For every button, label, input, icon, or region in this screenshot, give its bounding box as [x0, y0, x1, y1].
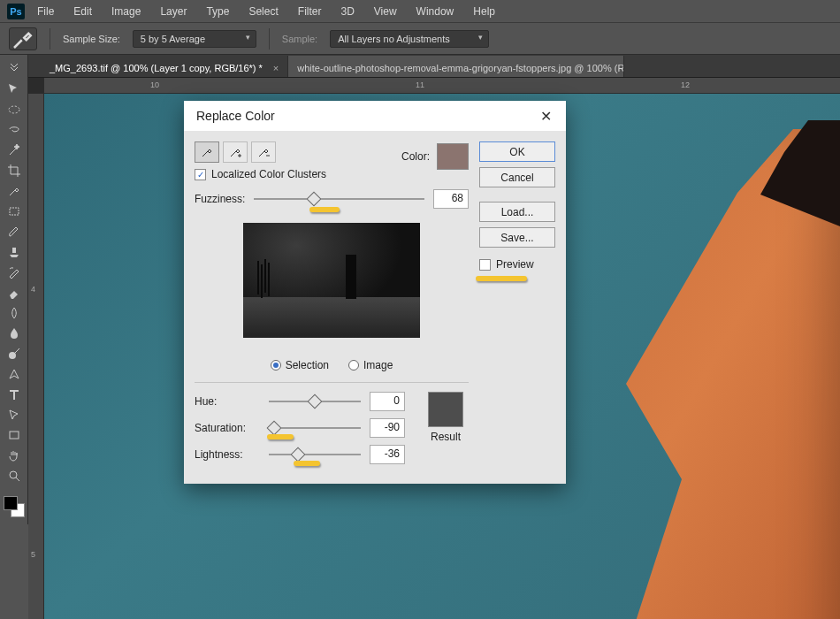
lasso-tool-icon[interactable] — [2, 120, 27, 140]
dodge-tool-icon[interactable] — [2, 344, 27, 363]
menu-select[interactable]: Select — [241, 4, 285, 19]
slider-thumb-icon[interactable] — [306, 192, 321, 207]
hue-input[interactable]: 0 — [370, 392, 405, 411]
path-select-tool-icon[interactable] — [2, 405, 27, 424]
eyedropper-add-icon[interactable] — [223, 141, 248, 163]
clone-stamp-tool-icon[interactable] — [2, 242, 27, 262]
svg-point-2 — [9, 352, 16, 359]
ruler-horizontal[interactable]: 10 11 12 — [44, 78, 840, 94]
menu-type[interactable]: Type — [199, 4, 236, 19]
source-color-swatch[interactable] — [437, 143, 469, 170]
cancel-button[interactable]: Cancel — [479, 167, 555, 187]
magic-wand-tool-icon[interactable] — [2, 141, 27, 160]
eyedropper-tool-icon[interactable] — [2, 181, 27, 201]
svg-point-4 — [10, 471, 17, 478]
expand-icon[interactable] — [2, 59, 27, 79]
foreground-color-swatch[interactable] — [4, 496, 18, 510]
menu-3d[interactable]: 3D — [333, 4, 361, 19]
menu-layer[interactable]: Layer — [153, 4, 194, 19]
fuzziness-slider[interactable] — [254, 192, 424, 206]
marquee-tool-icon[interactable] — [2, 100, 27, 119]
eraser-tool-icon[interactable] — [2, 283, 27, 302]
ruler-tick: 11 — [416, 80, 424, 89]
preview-checkbox[interactable]: Preview — [479, 258, 555, 271]
menu-edit[interactable]: Edit — [66, 4, 99, 19]
radio-image-label: Image — [363, 359, 393, 371]
hue-slider[interactable] — [269, 394, 361, 409]
eyedropper-icon[interactable] — [195, 141, 219, 163]
preview-label: Preview — [496, 258, 534, 271]
eyedropper-toolbar — [195, 141, 401, 163]
brush-tool-icon[interactable] — [2, 222, 27, 241]
type-tool-icon[interactable] — [2, 385, 27, 404]
menu-help[interactable]: Help — [466, 4, 502, 19]
annotation-highlight — [294, 461, 320, 466]
fuzziness-input[interactable]: 68 — [433, 189, 469, 209]
localized-clusters-checkbox[interactable]: ✓ Localized Color Clusters — [195, 168, 401, 180]
save-button[interactable]: Save... — [479, 227, 555, 248]
gradient-tool-icon[interactable] — [2, 303, 27, 323]
color-label: Color: — [401, 150, 430, 163]
close-icon[interactable]: × — [273, 63, 279, 73]
saturation-label: Saturation: — [195, 422, 260, 434]
replace-color-dialog: Replace Color ✕ ✓ Localized Color Cluste… — [184, 101, 566, 484]
history-brush-tool-icon[interactable] — [2, 263, 27, 282]
slider-thumb-icon[interactable] — [267, 421, 282, 436]
menu-window[interactable]: Window — [409, 4, 462, 19]
lightness-slider[interactable] — [269, 447, 361, 462]
move-tool-icon[interactable] — [2, 80, 27, 99]
app-logo: Ps — [7, 4, 25, 19]
result-label: Result — [431, 431, 461, 443]
selection-preview[interactable] — [243, 223, 420, 338]
blur-tool-icon[interactable] — [2, 324, 27, 343]
current-tool-eyedropper-icon[interactable] — [9, 27, 37, 50]
ruler-vertical[interactable]: 4 5 — [28, 94, 44, 619]
menu-file[interactable]: File — [30, 4, 61, 19]
tab-label: _MG_2693.tif @ 100% (Layer 1 copy, RGB/1… — [50, 63, 263, 73]
sample-size-dropdown[interactable]: 5 by 5 Average — [133, 30, 256, 48]
sample-dropdown[interactable]: All Layers no Adjustments — [330, 30, 489, 48]
annotation-highlight — [309, 207, 340, 212]
lightness-input[interactable]: -36 — [370, 445, 405, 464]
saturation-slider[interactable] — [269, 421, 361, 435]
ok-button[interactable]: OK — [479, 141, 555, 162]
load-button[interactable]: Load... — [479, 202, 555, 222]
ruler-tick: 12 — [681, 80, 690, 89]
dialog-title: Replace Color — [196, 109, 275, 123]
svg-rect-1 — [10, 208, 19, 215]
options-bar: Sample Size: 5 by 5 Average Sample: All … — [0, 23, 840, 55]
close-icon[interactable]: ✕ — [535, 106, 557, 126]
tab-document-2[interactable]: white-outline-photoshop-removal-emma-gri… — [288, 56, 624, 77]
lightness-label: Lightness: — [195, 448, 260, 461]
eyedropper-subtract-icon[interactable] — [251, 141, 276, 163]
color-swatches[interactable] — [0, 494, 27, 524]
tab-document-1[interactable]: _MG_2693.tif @ 100% (Layer 1 copy, RGB/1… — [41, 56, 288, 77]
radio-selection[interactable]: Selection — [271, 359, 329, 371]
menu-filter[interactable]: Filter — [291, 4, 329, 19]
result-color-swatch[interactable] — [428, 392, 463, 427]
healing-brush-tool-icon[interactable] — [2, 202, 27, 221]
menubar: Ps File Edit Image Layer Type Select Fil… — [0, 0, 840, 23]
svg-point-0 — [9, 106, 19, 113]
hand-tool-icon[interactable] — [2, 446, 27, 465]
menu-view[interactable]: View — [367, 4, 404, 19]
divider — [269, 28, 270, 50]
slider-thumb-icon[interactable] — [308, 394, 323, 409]
radio-image[interactable]: Image — [348, 359, 393, 371]
crop-tool-icon[interactable] — [2, 161, 27, 180]
pen-tool-icon[interactable] — [2, 364, 27, 384]
ruler-tick: 4 — [31, 285, 35, 294]
divider — [195, 382, 469, 383]
menu-image[interactable]: Image — [104, 4, 148, 19]
sample-size-label: Sample Size: — [63, 34, 120, 44]
slider-thumb-icon[interactable] — [291, 447, 306, 462]
dialog-titlebar[interactable]: Replace Color ✕ — [184, 101, 566, 131]
sample-label: Sample: — [282, 34, 317, 44]
shape-tool-icon[interactable] — [2, 425, 27, 445]
annotation-highlight — [267, 434, 294, 439]
saturation-input[interactable]: -90 — [370, 418, 405, 438]
zoom-tool-icon[interactable] — [2, 466, 27, 485]
annotation-highlight — [476, 276, 527, 281]
fuzziness-label: Fuzziness: — [195, 193, 245, 205]
svg-rect-3 — [10, 432, 19, 439]
